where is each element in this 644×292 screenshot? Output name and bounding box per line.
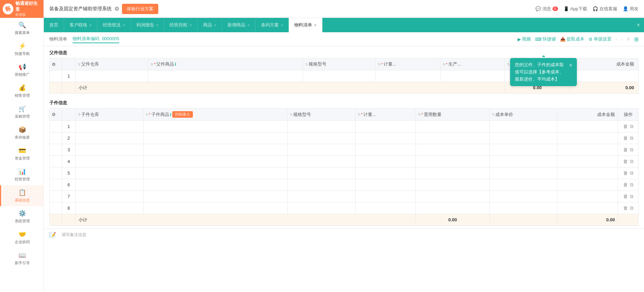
sidebar-item-system[interactable]: ⚙️ 系统管理 (0, 206, 44, 227)
child-row-warehouse[interactable] (76, 179, 144, 191)
parent-row-spec[interactable] (303, 70, 375, 82)
tab-profit[interactable]: 利润报告 × (131, 18, 164, 32)
child-row-goods[interactable] (143, 156, 287, 167)
copy-icon[interactable]: ⧉ (630, 170, 633, 176)
parent-row-warehouse[interactable] (76, 70, 148, 82)
child-row-unit[interactable] (355, 167, 416, 179)
sort-icon[interactable]: ⇅ (418, 113, 421, 116)
sidebar-item-finance[interactable]: 💳 资金管理 (0, 143, 44, 164)
copy-icon[interactable]: ⧉ (630, 159, 633, 164)
child-row-warehouse[interactable] (76, 191, 144, 202)
tab-bom[interactable]: 物料清单 × (289, 18, 322, 32)
copy-icon[interactable]: ⧉ (630, 135, 633, 141)
tab-operations-status[interactable]: 经营情况 × (97, 18, 131, 32)
child-row-unit-cost[interactable] (490, 179, 557, 191)
child-goods-info-icon[interactable]: ℹ (170, 112, 172, 117)
child-row-spec[interactable] (287, 191, 355, 202)
sort-icon[interactable]: ⇅ (492, 113, 495, 116)
child-row-warehouse[interactable] (76, 132, 144, 144)
child-row-warehouse[interactable] (76, 121, 144, 132)
delete-icon[interactable]: 🗑 (623, 182, 628, 188)
tab-barcode[interactable]: 条码方案 × (256, 18, 289, 32)
nav-prev[interactable]: ‹ (616, 37, 617, 42)
child-row-spec[interactable] (287, 121, 355, 132)
tab-customer[interactable]: 客户联络 × (64, 18, 97, 32)
parent-row-unit[interactable] (375, 70, 440, 82)
gear-icon[interactable]: ⚙ (52, 112, 56, 117)
child-row-warehouse[interactable] (76, 144, 144, 156)
child-row-unit[interactable] (355, 191, 416, 202)
child-row-spec[interactable] (287, 156, 355, 167)
child-row-qty[interactable] (416, 179, 490, 191)
child-row-unit-cost[interactable] (490, 156, 557, 167)
child-row-cost-amount[interactable] (557, 156, 618, 167)
delete-icon[interactable]: 🗑 (623, 205, 628, 211)
sort-icon[interactable]: ⇅ (507, 62, 510, 66)
child-row-unit[interactable] (355, 156, 416, 167)
sidebar-item-inventory[interactable]: 📦 库存核算 (0, 122, 44, 143)
tab-barcode-close[interactable]: × (281, 23, 283, 27)
tab-new-goods-close[interactable]: × (247, 23, 249, 27)
online-service-button[interactable]: 🎧 在线客服 (593, 6, 617, 12)
tab-goods-close[interactable]: × (214, 23, 216, 27)
delete-icon[interactable]: 🗑 (623, 147, 628, 153)
child-row-qty[interactable] (416, 167, 490, 179)
child-row-warehouse[interactable] (76, 202, 144, 214)
sidebar-item-operations[interactable]: 📊 经营管理 (0, 164, 44, 185)
child-row-cost-amount[interactable] (557, 132, 618, 144)
table-view-icon[interactable]: ⊞ (634, 36, 639, 43)
child-row-unit-cost[interactable] (490, 202, 557, 214)
sort-icon[interactable]: ⇅ (290, 113, 293, 116)
sort-icon[interactable]: ⇅ (443, 62, 445, 66)
child-row-goods[interactable] (143, 121, 287, 132)
grid-view-icon[interactable]: ≡ (627, 36, 630, 42)
gear-button[interactable]: ⚙ (114, 5, 119, 12)
child-row-cost-amount[interactable] (557, 144, 618, 156)
child-row-warehouse[interactable] (76, 167, 144, 179)
child-row-qty[interactable] (416, 202, 490, 214)
child-row-qty[interactable] (416, 156, 490, 167)
child-row-goods[interactable] (143, 179, 287, 191)
tab-goods[interactable]: 商品 × (198, 18, 222, 32)
child-row-cost-amount[interactable] (557, 121, 618, 132)
child-row-qty[interactable] (416, 191, 490, 202)
tooltip-close-button[interactable]: × (569, 61, 572, 69)
child-row-goods[interactable] (143, 202, 287, 214)
tab-history-close[interactable]: × (189, 23, 191, 27)
sort-icon[interactable]: ⇅ (150, 62, 153, 66)
sort-icon[interactable]: ⇅ (305, 62, 308, 66)
bottom-bar-text[interactable]: 填写备注信息 (62, 232, 86, 238)
sort-icon[interactable]: ⇅ (358, 113, 360, 116)
child-row-goods[interactable] (143, 132, 287, 144)
sidebar-item-purchase[interactable]: 🛒 采购管理 (0, 102, 44, 122)
parent-row-production[interactable] (440, 70, 505, 82)
scan-button[interactable]: 扫码录入 (172, 111, 193, 118)
child-row-unit[interactable] (355, 132, 416, 144)
user-menu[interactable]: 👤 用友 (623, 6, 639, 12)
child-row-spec[interactable] (287, 179, 355, 191)
tab-home[interactable]: 首页 (44, 18, 64, 32)
child-row-qty[interactable] (416, 132, 490, 144)
child-row-spec[interactable] (287, 167, 355, 179)
child-row-spec[interactable] (287, 144, 355, 156)
shortcut-button[interactable]: ⌨ 快捷键 (535, 36, 556, 42)
delete-icon[interactable]: 🗑 (623, 159, 628, 164)
child-row-cost-amount[interactable] (557, 191, 618, 202)
tab-profit-close[interactable]: × (156, 23, 158, 27)
child-row-qty[interactable] (416, 144, 490, 156)
video-button[interactable]: ▶ 视频 (518, 36, 531, 42)
gear-icon[interactable]: ⚙ (52, 62, 56, 67)
message-button[interactable]: 💬 消息 6 (535, 6, 558, 12)
sort-icon[interactable]: ⇅ (146, 113, 148, 116)
child-row-cost-amount[interactable] (557, 167, 618, 179)
copy-icon[interactable]: ⧉ (630, 182, 633, 188)
child-row-cost-amount[interactable] (557, 179, 618, 191)
tab-new-goods[interactable]: 新增商品 × (222, 18, 255, 32)
app-download-button[interactable]: 📱 App下载 (564, 6, 587, 12)
child-row-spec[interactable] (287, 132, 355, 144)
child-row-unit-cost[interactable] (490, 191, 557, 202)
single-settings-button[interactable]: ⚙ 单据设置 (589, 36, 611, 42)
sidebar-item-quick-nav[interactable]: ⚡ 快捷导航 (0, 39, 44, 60)
parent-row-goods[interactable] (148, 70, 303, 82)
child-row-spec[interactable] (287, 202, 355, 214)
